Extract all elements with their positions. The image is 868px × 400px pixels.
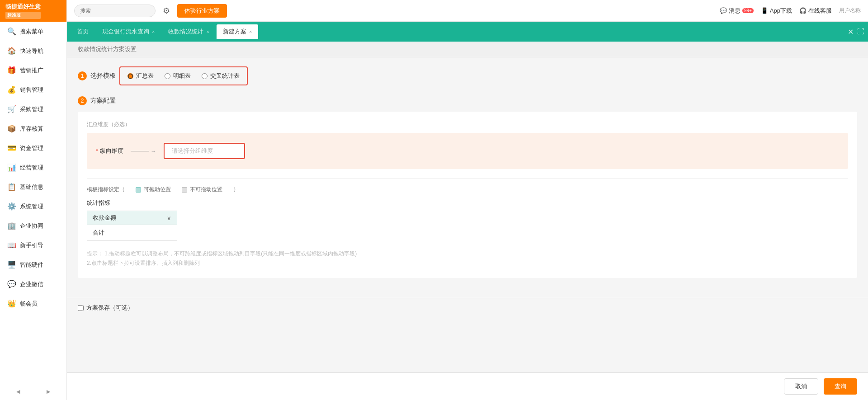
content-area: 收款情况统计方案设置 1 选择模板 汇总表 明细表 [67, 42, 868, 372]
download-item[interactable]: 📱 App下载 [761, 7, 792, 15]
service-label: 在线客服 [808, 7, 832, 15]
sidebar-logo: 畅捷通好生意 标准版 [0, 0, 66, 22]
dimension-section: 汇总维度（必选） * 纵向维度 → [87, 121, 848, 169]
tip-line-1: 提示： 1.拖动标题栏可以调整布局，不可跨维度或指标区域拖动列目字段(只能在同一… [87, 250, 848, 258]
sidebar-item-inventory[interactable]: 📦库存核算 [0, 119, 66, 138]
dimension-placeholder: 请选择分组维度 [172, 147, 213, 155]
tip-section: 提示： 1.拖动标题栏可以调整布局，不可跨维度或指标区域拖动列目字段(只能在同一… [87, 250, 848, 267]
sidebar-item-search-menu[interactable]: 🔍搜索菜单 [0, 22, 66, 41]
template-options: 汇总表 明细表 交叉统计表 [119, 66, 248, 85]
sidebar-icon-vip: 👑 [7, 299, 16, 308]
legend-close-paren: ） [233, 186, 239, 193]
close-window-icon[interactable]: ✕ [848, 28, 854, 36]
indicator-header[interactable]: 收款金额 ∨ [87, 211, 177, 225]
sidebar-item-corp-wechat[interactable]: 💬企业微信 [0, 274, 66, 294]
save-checkbox[interactable]: 方案保存（可选） [78, 304, 133, 312]
sidebar-item-fund[interactable]: 💳资金管理 [0, 138, 66, 158]
content-body: 1 选择模板 汇总表 明细表 交叉统计表 [67, 57, 868, 298]
save-label: 方案保存（可选） [86, 304, 133, 312]
sidebar-item-marketing[interactable]: 🎁营销推广 [0, 61, 66, 80]
indicator-table: 收款金额 ∨ 合计 [87, 211, 177, 241]
tab-bank-flow[interactable]: 现金银行流水查询× [96, 24, 161, 39]
tab-close-receipt-stats[interactable]: × [206, 29, 209, 34]
sidebar-item-new-guide[interactable]: 📖新手引导 [0, 235, 66, 255]
user-display: 用户名称 [839, 7, 861, 14]
sidebar-label-smart-hw: 智能硬件 [20, 261, 43, 269]
dimension-label: 汇总维度（必选） [87, 121, 848, 128]
sidebar-icon-corp-wechat: 💬 [7, 280, 16, 288]
radio-summary[interactable]: 汇总表 [127, 72, 154, 80]
vertical-dim-label: * 纵向维度 [96, 147, 123, 155]
sidebar-item-sales[interactable]: 💰销售管理 [0, 80, 66, 99]
arrow-dash [131, 151, 149, 151]
trial-button[interactable]: 体验行业方案 [177, 4, 227, 18]
download-label: App下载 [770, 7, 792, 15]
sidebar-icon-inventory: 📦 [7, 124, 16, 133]
bottombar: 方案保存（可选） [67, 298, 868, 317]
sidebar-footer-prev[interactable]: ◀ [4, 387, 33, 396]
radio-detail[interactable]: 明细表 [165, 72, 191, 80]
sidebar-item-corp-collab[interactable]: 🏢企业协同 [0, 216, 66, 235]
tabbar-actions: ✕ ⛶ [848, 28, 864, 36]
indicator-section: 模板指标设定（ 可拖动位置 不可拖动位置 ） 统计指标 [87, 178, 848, 241]
sidebar-icon-base-info: 📋 [7, 183, 16, 191]
query-button[interactable]: 查询 [824, 378, 857, 395]
radio-summary-input[interactable] [127, 73, 133, 79]
cancel-button[interactable]: 取消 [784, 378, 818, 395]
service-item[interactable]: 🎧 在线客服 [799, 7, 832, 15]
save-checkbox-input[interactable] [78, 305, 84, 311]
sidebar-item-smart-hw[interactable]: 🖥️智能硬件 [0, 255, 66, 274]
message-icon: 💬 [720, 7, 727, 14]
breadcrumb: 收款情况统计方案设置 [67, 42, 868, 57]
sidebar-item-operation[interactable]: 📊经营管理 [0, 158, 66, 177]
tab-receipt-stats[interactable]: 收款情况统计× [162, 24, 215, 39]
dimension-grid: * 纵向维度 → 请选择分组维度 [87, 133, 848, 169]
radio-cross[interactable]: 交叉统计表 [202, 72, 240, 80]
service-icon: 🎧 [799, 7, 807, 14]
sidebar-item-purchase[interactable]: 🛒采购管理 [0, 99, 66, 119]
sidebar-item-sys-mgmt[interactable]: ⚙️系统管理 [0, 197, 66, 216]
topbar: ⚙ 体验行业方案 💬 消息 99+ 📱 App下载 🎧 在线客服 用户名称 [67, 0, 868, 22]
sidebar-footer-next[interactable]: ▶ [34, 387, 63, 396]
sidebar-label-inventory: 库存核算 [20, 125, 43, 133]
logo-text: 畅捷通好生意 [5, 3, 41, 11]
tab-close-new-plan[interactable]: × [249, 29, 252, 34]
dimension-selector[interactable]: 请选择分组维度 [164, 143, 245, 159]
sidebar-footer: ◀ ▶ [0, 383, 66, 400]
radio-detail-input[interactable] [165, 73, 170, 79]
step2-header: 2 方案配置 [78, 96, 857, 105]
tab-label-bank-flow: 现金银行流水查询 [102, 28, 149, 36]
dropdown-icon[interactable]: ∨ [167, 215, 171, 221]
required-star: * [96, 147, 98, 154]
settings-icon[interactable]: ⚙ [163, 6, 170, 16]
radio-summary-label: 汇总表 [136, 72, 154, 80]
sidebar-label-vip: 畅会员 [20, 300, 38, 308]
sidebar-icon-search-menu: 🔍 [7, 27, 16, 36]
step2-section: 2 方案配置 汇总维度（必选） * 纵向维度 [78, 96, 857, 278]
indicator-header-label: 收款金额 [93, 214, 116, 222]
sidebar-item-base-info[interactable]: 📋基础信息 [0, 177, 66, 197]
tab-close-bank-flow[interactable]: × [152, 29, 155, 34]
indicator-cell-total: 合计 [87, 225, 177, 240]
step1-section: 1 选择模板 汇总表 明细表 交叉统计表 [78, 66, 857, 85]
tab-label-home: 首页 [77, 28, 89, 36]
sidebar-label-marketing: 营销推广 [20, 66, 43, 75]
expand-window-icon[interactable]: ⛶ [857, 28, 864, 36]
radio-detail-label: 明细表 [173, 72, 191, 80]
search-input[interactable] [74, 5, 156, 17]
tab-label-new-plan: 新建方案 [223, 28, 246, 36]
sidebar-icon-smart-hw: 🖥️ [7, 260, 16, 269]
sidebar-icon-sales: 💰 [7, 85, 16, 94]
sidebar-item-quick-nav[interactable]: 🏠快速导航 [0, 41, 66, 61]
notification-item[interactable]: 💬 消息 99+ [720, 7, 754, 15]
sidebar-label-search-menu: 搜索菜单 [20, 28, 43, 36]
tab-new-plan[interactable]: 新建方案× [217, 24, 258, 39]
sidebar-icon-fund: 💳 [7, 144, 16, 152]
sidebar-label-quick-nav: 快速导航 [20, 47, 43, 55]
arrow-line: → [131, 148, 156, 155]
sidebar-item-vip[interactable]: 👑畅会员 [0, 294, 66, 313]
radio-cross-input[interactable] [202, 73, 208, 79]
version-badge: 标准版 [5, 12, 41, 19]
step2-title: 方案配置 [90, 97, 116, 105]
tab-home[interactable]: 首页 [71, 24, 95, 39]
